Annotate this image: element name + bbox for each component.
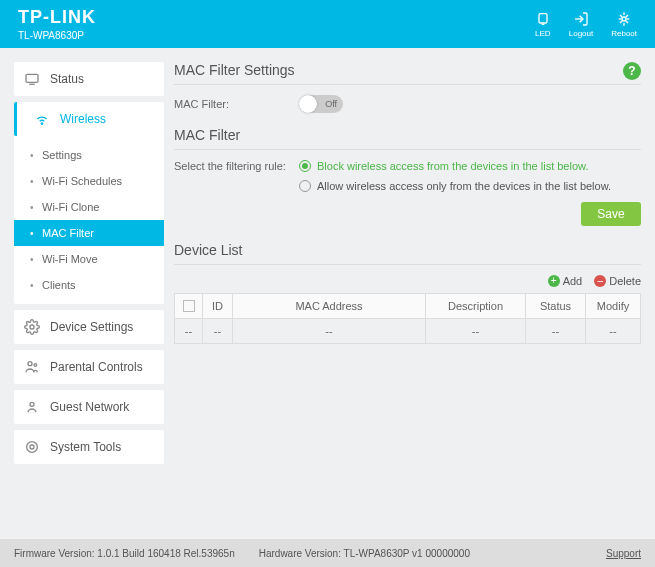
rule-label: Select the filtering rule: (174, 160, 299, 172)
hardware-version: Hardware Version: TL-WPA8630P v1 0000000… (259, 548, 470, 559)
active-bar (14, 102, 17, 136)
divider (174, 84, 641, 85)
toggle-knob (299, 95, 317, 113)
nav-device-settings[interactable]: Device Settings (14, 310, 164, 344)
device-settings-icon (24, 319, 40, 335)
parental-icon (24, 359, 40, 375)
firmware-version: Firmware Version: 1.0.1 Build 160418 Rel… (14, 548, 235, 559)
header-actions: LED Logout Reboot (535, 11, 637, 38)
wireless-submenu: Settings Wi-Fi Schedules Wi-Fi Clone MAC… (14, 136, 164, 304)
cell-desc: -- (426, 319, 526, 344)
main-content: ? MAC Filter Settings MAC Filter: Off MA… (174, 62, 641, 464)
svg-point-16 (28, 362, 32, 366)
sub-clients[interactable]: Clients (14, 272, 164, 298)
sub-mac-filter[interactable]: MAC Filter (14, 220, 164, 246)
svg-point-15 (30, 325, 34, 329)
help-button[interactable]: ? (623, 62, 641, 80)
nav-status[interactable]: Status (14, 62, 164, 96)
nav-guest-network[interactable]: Guest Network (14, 390, 164, 424)
svg-point-3 (622, 17, 626, 21)
radio-icon (299, 180, 311, 192)
svg-point-19 (30, 445, 34, 449)
model: TL-WPA8630P (18, 30, 96, 41)
led-icon (535, 11, 551, 27)
svg-line-9 (626, 21, 628, 23)
reboot-icon (616, 11, 632, 27)
svg-line-11 (626, 15, 628, 17)
select-all-checkbox[interactable] (183, 300, 195, 312)
svg-point-20 (27, 442, 38, 453)
sub-wifi-schedules[interactable]: Wi-Fi Schedules (14, 168, 164, 194)
add-button[interactable]: + Add (548, 275, 583, 287)
col-checkbox (175, 294, 203, 319)
mac-filter-label: MAC Filter: (174, 98, 299, 110)
footer: Firmware Version: 1.0.1 Build 160418 Rel… (0, 539, 655, 567)
cell-modify: -- (586, 319, 641, 344)
add-icon: + (548, 275, 560, 287)
support-link[interactable]: Support (606, 548, 641, 559)
svg-point-14 (41, 123, 42, 124)
delete-icon: – (594, 275, 606, 287)
divider (174, 149, 641, 150)
section-title: MAC Filter (174, 127, 641, 143)
sub-settings[interactable]: Settings (14, 142, 164, 168)
table-row: -- -- -- -- -- -- (175, 319, 641, 344)
logout-button[interactable]: Logout (569, 11, 593, 38)
svg-rect-0 (539, 13, 547, 22)
mac-filter-settings-section: MAC Filter Settings MAC Filter: Off (174, 62, 641, 113)
cell-mac: -- (233, 319, 426, 344)
cell-id: -- (203, 319, 233, 344)
col-desc: Description (426, 294, 526, 319)
svg-line-8 (620, 15, 622, 17)
cell-checkbox: -- (175, 319, 203, 344)
col-modify: Modify (586, 294, 641, 319)
cell-status: -- (526, 319, 586, 344)
nav-wireless[interactable]: Wireless (14, 102, 164, 136)
device-table: ID MAC Address Description Status Modify… (174, 293, 641, 344)
mac-filter-section: MAC Filter Select the filtering rule: Bl… (174, 127, 641, 192)
divider (174, 264, 641, 265)
col-id: ID (203, 294, 233, 319)
delete-button[interactable]: – Delete (594, 275, 641, 287)
sub-wifi-move[interactable]: Wi-Fi Move (14, 246, 164, 272)
header: TP-LINK TL-WPA8630P LED Logout Reboot (0, 0, 655, 48)
reboot-button[interactable]: Reboot (611, 11, 637, 38)
nav-parental-controls[interactable]: Parental Controls (14, 350, 164, 384)
section-title: MAC Filter Settings (174, 62, 641, 78)
svg-rect-12 (26, 74, 38, 82)
section-title: Device List (174, 242, 641, 258)
logo: TP-LINK (18, 7, 96, 28)
save-button[interactable]: Save (581, 202, 641, 226)
mac-filter-toggle[interactable]: Off (299, 95, 343, 113)
led-button[interactable]: LED (535, 11, 551, 38)
rule-block-radio[interactable]: Block wireless access from the devices i… (299, 160, 611, 172)
col-status: Status (526, 294, 586, 319)
device-list-section: Device List + Add – Delete ID MAC Addre (174, 242, 641, 344)
tools-icon (24, 439, 40, 455)
rule-allow-radio[interactable]: Allow wireless access only from the devi… (299, 180, 611, 192)
toggle-text: Off (325, 99, 337, 109)
sidebar: Status Wireless Settings Wi-Fi Schedules… (14, 62, 164, 464)
col-mac: MAC Address (233, 294, 426, 319)
svg-point-17 (34, 364, 37, 367)
svg-point-18 (30, 402, 34, 406)
radio-icon (299, 160, 311, 172)
sub-wifi-clone[interactable]: Wi-Fi Clone (14, 194, 164, 220)
status-icon (24, 71, 40, 87)
logout-icon (573, 11, 589, 27)
brand: TP-LINK TL-WPA8630P (18, 7, 96, 41)
nav-system-tools[interactable]: System Tools (14, 430, 164, 464)
svg-line-10 (620, 21, 622, 23)
wireless-icon (34, 111, 50, 127)
guest-icon (24, 399, 40, 415)
